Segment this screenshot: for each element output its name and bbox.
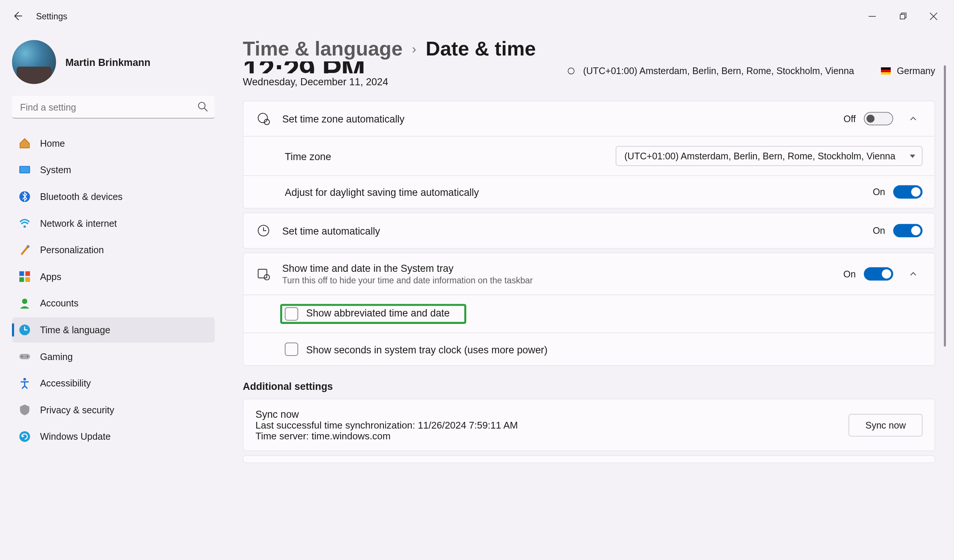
calendar-clock-icon [256,268,272,281]
person-icon [19,297,31,309]
svg-point-11 [22,299,27,304]
row-auto-time[interactable]: Set time automatically On [243,213,934,248]
section-heading: Additional settings [243,381,935,392]
svg-rect-8 [25,271,30,276]
sidebar-item-network[interactable]: Network & internet [12,211,215,236]
checkbox-seconds[interactable] [285,342,298,356]
sidebar: Martin Brinkmann Home System Bluetooth &… [0,32,227,560]
row-systray[interactable]: Show time and date in the System tray Tu… [243,253,934,294]
sidebar-item-bluetooth[interactable]: Bluetooth & devices [12,184,215,209]
clock-icon [256,224,272,237]
svg-point-14 [21,356,23,358]
card-systray: Show time and date in the System tray Tu… [243,252,935,366]
profile-section[interactable]: Martin Brinkmann [12,40,220,84]
main-panel: Time & language › Date & time 12:29 PM W… [227,32,954,560]
scrollbar-thumb[interactable] [944,65,946,347]
globe-icon [567,67,578,75]
sidebar-item-label: Time & language [40,325,110,336]
search-icon[interactable] [198,101,208,115]
brush-icon [19,244,31,256]
sync-title: Sync now [256,408,838,420]
dropdown-value: (UTC+01:00) Amsterdam, Berlin, Bern, Rom… [624,151,895,162]
current-time: 12:29 PM [243,61,388,73]
sidebar-item-home[interactable]: Home [12,131,215,156]
svg-rect-13 [19,354,30,359]
search-box [12,96,215,119]
svg-rect-0 [900,14,905,19]
toggle-state: On [873,187,885,198]
sidebar-item-update[interactable]: Windows Update [12,424,215,449]
sidebar-item-accessibility[interactable]: Accessibility [12,370,215,396]
highlight-box: Show abbreviated time and date [281,305,466,323]
svg-point-15 [27,356,28,358]
home-icon [19,137,31,149]
minimize-button[interactable] [856,5,887,26]
breadcrumb-parent[interactable]: Time & language [243,37,403,60]
timezone-dropdown[interactable]: (UTC+01:00) Amsterdam, Berlin, Bern, Rom… [616,146,922,166]
sidebar-item-label: Gaming [40,351,73,362]
clock-header: 12:29 PM Wednesday, December 11, 2024 (U… [243,61,935,97]
card-next-peek [243,455,935,463]
toggle-state: Off [844,113,856,124]
breadcrumb: Time & language › Date & time [243,37,947,60]
update-icon [19,431,31,442]
sync-now-button[interactable]: Sync now [848,414,922,436]
expand-button[interactable] [904,115,922,123]
scrollbar[interactable] [941,61,946,547]
bluetooth-icon [19,191,31,202]
search-input[interactable] [12,96,215,119]
setting-description: Turn this off to hide your time and date… [282,275,832,285]
back-button[interactable] [5,4,29,28]
svg-rect-9 [19,277,24,282]
toggle-dst[interactable] [893,185,923,199]
sidebar-item-personalization[interactable]: Personalization [12,237,215,263]
checkbox-abbrev[interactable] [285,307,298,320]
sidebar-item-system[interactable]: System [12,157,215,182]
svg-point-1 [199,103,205,109]
close-button[interactable] [918,5,948,26]
toggle-auto-timezone[interactable] [864,112,893,126]
sidebar-item-label: Accounts [40,298,78,309]
sidebar-item-label: Privacy & security [40,405,114,415]
sidebar-item-accounts[interactable]: Accounts [12,291,215,316]
row-auto-timezone[interactable]: Set time zone automatically Off [243,101,934,136]
expand-button[interactable] [904,270,922,278]
svg-rect-25 [258,269,267,278]
sidebar-item-time[interactable]: Time & language [12,317,215,342]
nav: Home System Bluetooth & devices Network … [12,131,215,450]
flag-icon [881,67,892,75]
svg-rect-10 [25,277,30,282]
card-auto-timezone: Set time zone automatically Off Time zon… [243,101,935,208]
checkbox-label: Show abbreviated time and date [306,307,450,320]
sidebar-item-gaming[interactable]: Gaming [12,344,215,369]
maximize-button[interactable] [887,5,918,26]
toggle-state: On [873,225,885,236]
scroll-area: 12:29 PM Wednesday, December 11, 2024 (U… [243,61,947,547]
svg-point-5 [23,225,26,227]
back-arrow-icon [12,11,23,22]
gamepad-icon [19,351,31,362]
sidebar-item-label: System [40,165,71,175]
region-text: Germany [897,65,935,76]
toggle-systray[interactable] [864,268,893,281]
apps-icon [19,271,31,283]
sync-last: Last successful time synchronization: 11… [256,420,838,431]
app-title: Settings [36,11,67,21]
region-info: Germany [881,65,935,76]
svg-point-16 [23,378,26,381]
sidebar-item-privacy[interactable]: Privacy & security [12,397,215,423]
card-auto-time: Set time automatically On [243,213,935,249]
sidebar-item-apps[interactable]: Apps [12,264,215,289]
row-seconds: Show seconds in system tray clock (uses … [243,333,934,365]
titlebar: Settings [0,0,954,32]
svg-rect-19 [881,67,891,70]
sidebar-item-label: Home [40,138,65,149]
toggle-auto-time[interactable] [893,224,923,237]
setting-title: Set time zone automatically [282,113,833,124]
timezone-info: (UTC+01:00) Amsterdam, Berlin, Bern, Rom… [567,65,854,76]
svg-rect-7 [19,271,24,276]
sync-server: Time server: time.windows.com [256,431,838,441]
profile-name: Martin Brinkmann [65,56,150,67]
row-abbrev: Show abbreviated time and date [243,294,934,333]
sidebar-item-label: Personalization [40,245,104,255]
